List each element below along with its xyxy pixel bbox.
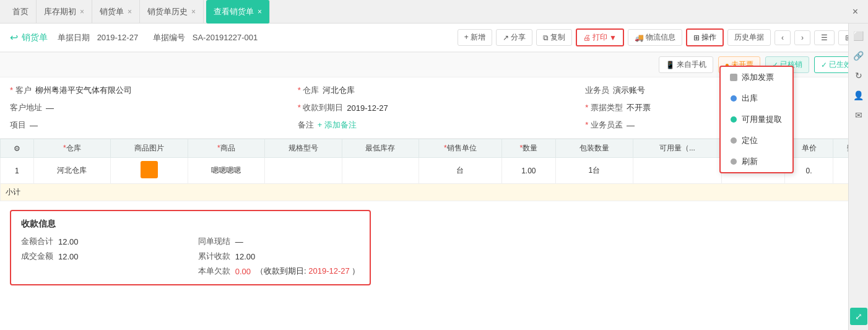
sidebar-icon-link[interactable]: 🔗 bbox=[851, 48, 866, 63]
print-dropdown-arrow: ▼ bbox=[609, 33, 617, 42]
sidebar-icon-document[interactable]: ⬜ bbox=[851, 28, 866, 43]
due-date-note: （收款到期日: 2019-12-27 ） bbox=[256, 266, 360, 277]
operation-button[interactable]: ⊞ 操作 bbox=[686, 28, 724, 46]
total-amount-value: 12.00 bbox=[58, 237, 79, 246]
add-invoice-icon bbox=[729, 73, 738, 82]
col-available: 可用量（... bbox=[633, 139, 722, 158]
warehouse-value: 河北仓库 bbox=[323, 85, 355, 96]
transaction-amount-label: 成交金额 bbox=[21, 251, 53, 262]
transaction-amount-row: 成交金额 12.00 bbox=[21, 251, 183, 262]
available-qty-item[interactable]: 可用量提取 bbox=[721, 109, 792, 130]
row-product: 嗯嗯嗯嗯 bbox=[188, 158, 265, 184]
print-button[interactable]: 🖨 打印 ▼ bbox=[576, 28, 624, 46]
close-view-sales[interactable]: × bbox=[258, 7, 262, 16]
tab-inventory-init[interactable]: 库存期初 × bbox=[37, 0, 92, 24]
col-pack-qty: 包装数量 bbox=[556, 139, 633, 158]
add-invoice-item[interactable]: 添加发票 bbox=[721, 67, 792, 88]
copy-icon: ⧉ bbox=[543, 33, 549, 42]
customer-label: 客户 bbox=[10, 85, 32, 96]
cumulative-receipt-value: 12.00 bbox=[235, 252, 256, 261]
warehouse-out-item[interactable]: 出库 bbox=[721, 88, 792, 109]
tab-view-sales[interactable]: 查看销货单 × bbox=[206, 0, 270, 24]
product-image bbox=[141, 161, 158, 178]
print-icon: 🖨 bbox=[583, 33, 591, 42]
cumulative-receipt-label: 累计收款 bbox=[198, 251, 230, 262]
due-date-value: 2019-12-27 bbox=[308, 266, 350, 276]
same-order-value: — bbox=[235, 237, 243, 246]
history-button[interactable]: 历史单据 bbox=[727, 29, 771, 46]
operation-dropdown: 添加发票 出库 可用量提取 定位 bbox=[719, 66, 794, 173]
row-spec bbox=[265, 158, 342, 184]
row-product-image bbox=[111, 158, 188, 184]
sidebar-icon-refresh[interactable]: ↻ bbox=[851, 68, 866, 83]
close-sales-history[interactable]: × bbox=[191, 7, 196, 16]
customer-row: 客户 柳州粤港平安气体有限公司 bbox=[10, 85, 283, 96]
window-close-button[interactable]: × bbox=[848, 6, 863, 17]
customer-value: 柳州粤港平安气体有限公司 bbox=[35, 85, 132, 96]
subtotal-label: 小计 bbox=[1, 184, 868, 201]
project-value: — bbox=[30, 121, 38, 130]
ticket-type-label: 票据类型 bbox=[585, 102, 623, 113]
row-warehouse: 河北仓库 bbox=[33, 158, 111, 184]
effective-icon: ✓ bbox=[821, 61, 827, 69]
new-button[interactable]: + 新增 bbox=[458, 29, 492, 46]
warehouse-label: 仓库 bbox=[298, 85, 319, 96]
share-button[interactable]: ↗ 分享 bbox=[496, 29, 532, 46]
ticket-type-value: 不开票 bbox=[627, 102, 651, 113]
staff-label: 业务员 bbox=[585, 85, 609, 96]
tab-bar: 首页 库存期初 × 销货单 × 销货单历史 × 查看销货单 × × bbox=[0, 0, 868, 24]
row-min-stock bbox=[342, 158, 419, 184]
prev-button[interactable]: ‹ bbox=[775, 30, 791, 45]
salesperson-label: 业务员孟 bbox=[585, 119, 623, 131]
col-product: *商品 bbox=[188, 139, 265, 158]
address-row: 客户地址 — bbox=[10, 102, 283, 113]
phone-icon: 📱 bbox=[666, 61, 675, 69]
current-due-value: 0.00 bbox=[235, 267, 251, 276]
copy-button[interactable]: ⧉ 复制 bbox=[536, 29, 572, 46]
operation-icon: ⊞ bbox=[693, 33, 700, 42]
close-inventory-init[interactable]: × bbox=[80, 7, 84, 16]
staff-value: 演示账号 bbox=[613, 85, 645, 96]
tab-home[interactable]: 首页 bbox=[5, 0, 37, 24]
sidebar-icon-expand[interactable]: ⤢ bbox=[850, 308, 867, 325]
warehouse-row: 仓库 河北仓库 bbox=[298, 85, 571, 96]
tab-sales-history[interactable]: 销货单历史 × bbox=[140, 0, 204, 24]
right-sidebar: ⬜ 🔗 ↻ 👤 ✉ ⤢ bbox=[848, 24, 868, 330]
address-label: 客户地址 bbox=[10, 102, 42, 113]
project-row: 项目 — bbox=[10, 119, 283, 131]
current-due-label: 本单欠款 bbox=[198, 266, 230, 277]
doc-header: ↩ 销货单 单据日期 2019-12-27 单据编号 SA-20191227-0… bbox=[0, 24, 868, 52]
next-button[interactable]: › bbox=[794, 30, 810, 45]
row-qty: 1.00 bbox=[501, 158, 555, 184]
close-sales-order[interactable]: × bbox=[128, 7, 132, 16]
col-min-stock: 最低库存 bbox=[342, 139, 419, 158]
refresh-item[interactable]: 刷新 bbox=[721, 151, 792, 172]
payment-section-wrapper: 收款信息 金额合计 12.00 同单现结 — 成交金额 12.00 bbox=[0, 201, 868, 292]
col-settings[interactable]: ⚙ bbox=[1, 139, 34, 158]
row-pack-qty: 1台 bbox=[556, 158, 633, 184]
doc-type-label: ↩ 销货单 bbox=[10, 32, 48, 43]
same-order-settlement-row: 同单现结 — bbox=[198, 236, 360, 247]
sidebar-icon-user[interactable]: 👤 bbox=[851, 88, 866, 103]
payment-title: 收款信息 bbox=[21, 219, 360, 230]
payment-section: 收款信息 金额合计 12.00 同单现结 — 成交金额 12.00 bbox=[10, 210, 371, 285]
sidebar-icon-message[interactable]: ✉ bbox=[851, 108, 866, 123]
transaction-amount-value: 12.00 bbox=[58, 252, 79, 261]
cumulative-receipt-row: 累计收款 12.00 bbox=[198, 251, 360, 262]
available-qty-icon bbox=[729, 115, 738, 124]
current-due-row: 本单欠款 0.00 （收款到期日: 2019-12-27 ） bbox=[198, 266, 360, 277]
payment-date-row: 收款到期日 2019-12-27 bbox=[298, 102, 571, 113]
toolbar: + 新增 ↗ 分享 ⧉ 复制 🖨 打印 ▼ 🚚 物流信息 bbox=[458, 28, 858, 46]
row-index: 1 bbox=[1, 158, 34, 184]
payment-grid: 金额合计 12.00 同单现结 — 成交金额 12.00 累计收款 12.00 bbox=[21, 236, 360, 277]
refresh-icon bbox=[729, 157, 738, 166]
salesperson-value: — bbox=[627, 121, 635, 130]
list-view-button[interactable]: ☰ bbox=[814, 30, 835, 45]
from-phone-button[interactable]: 📱 来自手机 bbox=[659, 56, 713, 73]
locate-item[interactable]: 定位 bbox=[721, 130, 792, 151]
tab-sales-order[interactable]: 销货单 × bbox=[92, 0, 140, 24]
note-add-button[interactable]: + 添加备注 bbox=[318, 119, 357, 131]
payment-date-label: 收款到期日 bbox=[298, 102, 344, 113]
logistics-button[interactable]: 🚚 物流信息 bbox=[628, 29, 682, 46]
doc-meta: 单据日期 2019-12-27 单据编号 SA-20191227-001 bbox=[58, 32, 258, 43]
